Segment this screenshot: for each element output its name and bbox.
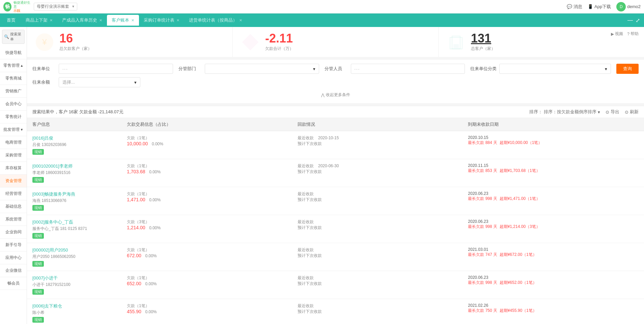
video-btn[interactable]: ▶ 视频 [611, 31, 623, 37]
customer-info-cell: [0016]吕俊 吕俊 13026203696 现销 [32, 135, 127, 155]
overdue-detail-link[interactable]: 超期¥1,471.00（1笔） [500, 196, 540, 201]
customer-phone: 服务中心_丁磊 181 0125 8371 [32, 226, 127, 232]
search-menu-btn[interactable]: 🔍 搜索菜单 [2, 30, 25, 44]
debt-info-cell: 欠款（1笔） 455.90 0.00% [127, 303, 298, 314]
app-download-btn[interactable]: 📱 App下载 [588, 4, 611, 10]
customer-badge: 现销 [32, 205, 44, 211]
sidebar-item-retail-stats[interactable]: 零售统计 [0, 111, 27, 123]
sidebar-item-wholesale-mgmt[interactable]: 批发管理 ▼ [0, 123, 27, 136]
customer-info-cell: [0007]小进干 小进干 18279152100 现销 [32, 275, 127, 295]
table-row: [0006]去下粮仓 陈小希 现销 欠款（1笔） 455.90 0.00% 最近… [27, 299, 644, 324]
customer-name-link[interactable]: [000002]用户2050 [32, 247, 68, 253]
sidebar-item-enterprise[interactable]: 企业协同 [0, 226, 27, 239]
system-name[interactable]: 母婴行业演示账套 ▾ [34, 3, 77, 10]
customer-info-cell: [0002]服务中心_丁磊 服务中心_丁磊 181 0125 8371 现销 [32, 219, 127, 239]
due-date-cell: 2021.03.01 最长欠款 747 天 超期¥672.00（1笔） [468, 247, 639, 258]
stat-card-debtors: ¥ 16 总欠款客户（家） [27, 27, 233, 57]
due-date-cell: 2020.10.15 最长欠款 884 天 超期¥10,000.00（1笔） [468, 135, 639, 146]
maximize-btn[interactable]: ⤢ [636, 17, 640, 24]
collapse-filter-btn[interactable]: ⋀ 收起更多条件 [32, 91, 639, 99]
customer-name-link[interactable]: [0001020001]李老师 [32, 164, 73, 169]
sidebar-item-newbie[interactable]: 新手引导 [0, 239, 27, 252]
due-date-cell: 2021.02.26 最长欠款 750 天 超期¥455.90（1笔） [468, 303, 639, 314]
results-actions: 排序： 排序：按欠款金额倒序排序 ▾ ⊙ 导出 ⊙ 刷新 [529, 109, 639, 115]
customer-badge: 现销 [32, 149, 44, 155]
svg-rect-5 [453, 44, 459, 48]
sidebar-item-basic-info[interactable]: 基础信息 [0, 200, 27, 213]
filter-input-manager[interactable]: ··· [351, 64, 465, 74]
filter-select-balance[interactable]: 选择... ▾ [59, 77, 140, 87]
filter-dept: 分管部门 ▾ [178, 64, 319, 74]
top-bar: 畅 畅捷通好生意 示靓 母婴行业演示账套 ▾ 💬 消息 📱 App下载 D de… [0, 0, 644, 13]
sidebar-item-app-center[interactable]: 应用中心 [0, 252, 27, 264]
debt-info-cell: 欠款（1笔） 652.00 0.00% [127, 275, 298, 286]
sidebar-item-retail-mall[interactable]: 零售商城 [0, 72, 27, 85]
table-row: [0001020001]李老师 李老师 18600391516 现销 欠款（1笔… [27, 159, 644, 187]
total-amount: -21,148.07元 [98, 109, 123, 114]
debt-info-cell: 欠款（1笔） 1,703.68 0.00% [127, 163, 298, 174]
sidebar-item-retail-mgmt[interactable]: 零售管理 ▲ [0, 59, 27, 72]
customer-name-link[interactable]: [0002]服务中心_丁磊 [32, 219, 73, 225]
customer-phone: 用户2050 18665062050 [32, 254, 127, 260]
sort-select[interactable]: 排序： 排序：按欠款金额倒序排序 ▾ [529, 109, 600, 115]
header-recovery: 回款情况 [298, 121, 468, 127]
customer-name-link[interactable]: [0016]吕俊 [32, 136, 53, 141]
overdue-detail-link[interactable]: 超期¥672.00（1笔） [500, 252, 537, 257]
customer-badge: 现销 [32, 233, 44, 239]
tab-production-history[interactable]: 产成品入库单历史 ✕ [57, 15, 107, 26]
filter-label-dept: 分管部门 [178, 66, 202, 72]
tab-close-icon[interactable]: ✕ [176, 18, 179, 23]
customer-name-link[interactable]: [0003]畅捷服务尹海燕 [32, 192, 75, 197]
overdue-detail-link[interactable]: 超期¥1,703.68（1笔） [500, 168, 540, 173]
export-btn[interactable]: ⊙ 导出 [606, 109, 619, 115]
sidebar-item-inventory[interactable]: 库存核算 [0, 162, 27, 175]
minimize-btn[interactable]: — [627, 17, 633, 24]
tab-close-icon[interactable]: ✕ [50, 18, 53, 23]
customer-name-link[interactable]: [0007]小进干 [32, 275, 58, 281]
recovery-cell: 最近收款 2020-06-30 预计下次收款 [298, 163, 468, 175]
overdue-detail-link[interactable]: 超期¥455.90（1笔） [500, 308, 537, 313]
filter-balance: 往来余额 选择... ▾ [32, 77, 140, 87]
table-row: [0007]小进干 小进干 18279152100 现销 欠款（1笔） 652.… [27, 271, 644, 299]
sidebar-item-quick-nav[interactable]: 快捷导航 [0, 47, 27, 59]
tab-purchase-stats[interactable]: 采购订单统计表 ✕ [139, 15, 184, 26]
search-button[interactable]: 查询 [616, 64, 639, 74]
recovery-cell: 最近收款 预计下次收款 [298, 247, 468, 259]
sidebar-item-marketing[interactable]: 营销推广 [0, 85, 27, 98]
sidebar: 🔍 搜索菜单 快捷导航 零售管理 ▲ 零售商城 营销推广 会员中心 零售统计 批… [0, 27, 27, 324]
header-due-date: 到期未收款日期 [468, 121, 639, 127]
sidebar-item-enterprise-wechat[interactable]: 企业微信 [0, 264, 27, 277]
tab-close-icon[interactable]: ✕ [99, 18, 102, 23]
tab-home[interactable]: 首页 [1, 15, 21, 26]
help-btn[interactable]: ? 帮助 [627, 31, 639, 37]
user-avatar[interactable]: D demo2 [616, 2, 641, 11]
tab-close-icon[interactable]: ✕ [239, 18, 242, 23]
tab-purchase-product-stats[interactable]: 进货单统计表（按商品） ✕ [184, 15, 247, 26]
refresh-btn[interactable]: ⊙ 刷新 [625, 109, 639, 115]
sidebar-item-member-vip[interactable]: 畅会员 [0, 277, 27, 290]
customer-info-cell: [0003]畅捷服务尹海燕 海燕 18513066976 现销 [32, 191, 127, 211]
overdue-detail-link[interactable]: 超期¥10,000.00（1笔） [500, 140, 542, 145]
filter-select-dept[interactable]: ▾ [205, 64, 319, 74]
overdue-detail-link[interactable]: 超期¥1,214.00（3笔） [500, 224, 540, 229]
sidebar-item-system[interactable]: 系统管理 [0, 213, 27, 226]
sidebar-item-ecommerce[interactable]: 电商管理 [0, 136, 27, 149]
customer-name-link[interactable]: [0006]去下粮仓 [32, 303, 62, 308]
sidebar-item-purchase-mgmt[interactable]: 采购管理 [0, 149, 27, 162]
filter-input-source[interactable]: ··· [59, 64, 173, 74]
sidebar-item-operations[interactable]: 经营管理 [0, 187, 27, 200]
overdue-detail-link[interactable]: 超期¥652.00（1笔） [500, 280, 537, 285]
customer-badge: 现销 [32, 261, 44, 267]
customer-count: 16家 [69, 109, 78, 114]
tab-customer-account[interactable]: 客户账本 ✕ [107, 15, 139, 26]
filter-select-unit-cat[interactable]: ▾ [499, 64, 611, 74]
tab-product-listing[interactable]: 商品上下架 ✕ [21, 15, 57, 26]
sidebar-item-member-center[interactable]: 会员中心 [0, 98, 27, 111]
chevron-down-icon: ▾ [313, 66, 315, 71]
stat-card-amount: -2.11 欠款合计（万） [233, 27, 439, 57]
chevron-down-icon: ▼ [20, 128, 24, 131]
sidebar-item-finance[interactable]: 资金管理 [0, 175, 27, 187]
tab-close-icon[interactable]: ✕ [131, 18, 134, 23]
stat-label-amount: 欠款合计（万） [265, 46, 430, 52]
message-btn[interactable]: 💬 消息 [567, 4, 582, 10]
